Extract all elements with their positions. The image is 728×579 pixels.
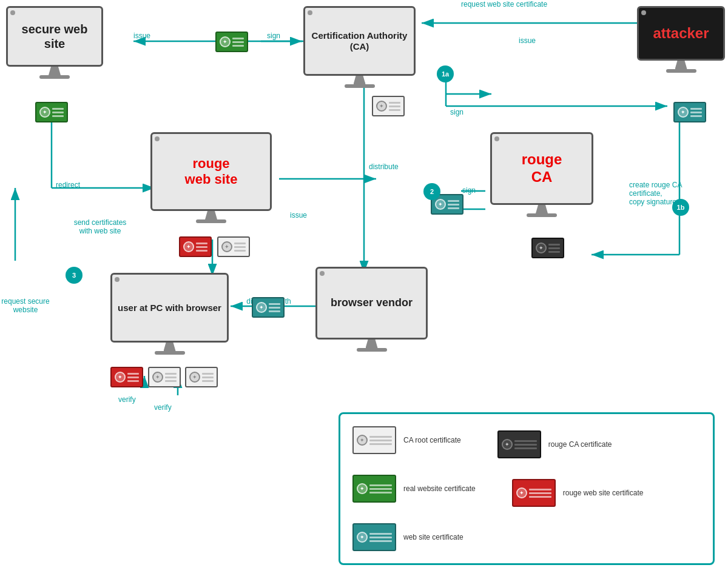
sign-rouge2-label: sign: [462, 186, 476, 195]
ca-root-cert-node: ✦: [372, 96, 405, 116]
attacker-screen: attacker: [637, 6, 725, 61]
user-pc-base: [155, 351, 185, 355]
rouge-site-cert-white: ✦: [217, 236, 250, 257]
request-secure-label: request securewebsite: [1, 297, 50, 314]
badge-2-label: 2: [430, 188, 434, 195]
legend-web-site-cert: ✦ web site certificate: [352, 523, 463, 551]
browser-vendor-label: browser vendor: [331, 296, 413, 310]
attacker-cert-seal: ✦: [678, 107, 689, 118]
browser-vendor-stand: [366, 340, 378, 348]
diagram: secure web site ✦ Certification Authorit…: [0, 0, 728, 579]
legend-web-site-cert-seal: ✦: [357, 532, 368, 543]
user-pc-stand: [164, 343, 176, 351]
legend-rouge-ca-label: rouge CA certificate: [548, 440, 612, 449]
secure-web-site-monitor: secure web site: [6, 6, 103, 79]
rouge-ca-monitor: rougeCA: [490, 132, 593, 217]
verify-white-seal: ✦: [152, 372, 163, 383]
rouge-ca-screen: rougeCA: [490, 132, 593, 205]
rouge-web-site-stand: [205, 211, 217, 219]
rouge-ca-stand: [536, 205, 548, 213]
legend-ca-root-label: CA root certificate: [403, 436, 461, 444]
request-cert-label: request web site certificate: [461, 0, 547, 8]
sign-top-label: sign: [267, 32, 280, 40]
badge-1b: 1b: [672, 199, 689, 216]
ca-label: Certification Authority (CA): [310, 30, 409, 52]
attacker-base: [666, 69, 696, 73]
send-certs-label: send certificateswith web site: [61, 218, 140, 235]
secure-web-site-screen: secure web site: [6, 6, 103, 67]
floating-cert-lines: [232, 38, 244, 47]
badge-2: 2: [423, 183, 440, 200]
rouge-web-site-monitor: rougeweb site: [150, 132, 272, 223]
rouge-ca-cert: ✦: [531, 238, 564, 258]
verify-white-lines: [165, 373, 177, 382]
legend-web-site-cert-lines: [369, 533, 392, 542]
ca-screen: Certification Authority (CA): [303, 6, 416, 76]
badge-3: 3: [66, 267, 83, 284]
legend-rouge-site-cert-label: rouge web site certificate: [563, 489, 644, 497]
badge-1b-label: 1b: [677, 204, 685, 211]
issue-rouge-label: issue: [290, 211, 307, 219]
verify-red-seal: ✦: [115, 372, 126, 383]
legend-real-cert-label: real website certificate: [403, 484, 476, 493]
legend-web-site-cert-label: web site certificate: [403, 533, 463, 541]
rouge-web-site-screen: rougeweb site: [150, 132, 272, 211]
legend-rouge-site-cert-lines: [529, 489, 551, 498]
rouge-ca-label: rougeCA: [522, 151, 562, 186]
issue-to-attacker-label: issue: [519, 36, 536, 45]
sign-rogue-label: sign: [450, 108, 463, 116]
verify-cert-white2: ✦: [185, 367, 218, 387]
legend-rouge-ca: ✦ rouge CA certificate: [497, 426, 612, 463]
secure-web-site-base: [39, 75, 70, 79]
verify-label-1: verify: [118, 395, 136, 404]
attacker-cert-lines: [690, 108, 702, 117]
legend-rouge-site-cert-seal: ✦: [516, 487, 527, 498]
verify-cert-white: ✦: [148, 367, 181, 387]
legend-rouge-ca-lines: [514, 440, 537, 449]
rouge-cert-seal: ✦: [183, 241, 194, 252]
floating-green-cert: ✦: [215, 32, 248, 52]
badge-1a: 1a: [437, 65, 454, 82]
legend-rouge-site-cert: ✦ rouge web site certificate: [512, 475, 644, 511]
legend-ca-root-seal: ✦: [357, 435, 368, 446]
redirect-label: redirect: [56, 181, 80, 189]
verify-label-2: verify: [154, 403, 172, 412]
verify-white2-lines: [202, 373, 214, 382]
secure-web-site-label: secure web site: [13, 22, 96, 51]
distribute-label: distribute: [369, 162, 399, 171]
ca-stand: [354, 76, 366, 84]
legend-ca-root: ✦ CA root certificate: [352, 426, 461, 454]
browser-vendor-screen: browser vendor: [315, 267, 428, 340]
secure-site-cert: ✦: [35, 102, 68, 122]
issue-top-label: issue: [133, 32, 150, 40]
ca-monitor: Certification Authority (CA): [303, 6, 416, 88]
attacker-monitor: attacker: [637, 6, 725, 73]
legend-ca-root-lines: [369, 436, 392, 445]
attacker-stand: [675, 61, 687, 69]
rouge-web-site-base: [196, 219, 226, 223]
verify-red-lines: [127, 373, 139, 382]
rouge-ca-cert-seal: ✦: [536, 243, 547, 253]
verify-cert-red: ✦: [110, 367, 143, 387]
rogue-signed-cert-seal: ✦: [435, 199, 446, 210]
rouge-web-site-label: rougeweb site: [185, 156, 238, 188]
rouge-white-cert-seal: ✦: [221, 241, 232, 252]
legend-real-cert: ✦ real website certificate: [352, 475, 476, 503]
browser-vendor-monitor: browser vendor: [315, 267, 428, 352]
rouge-ca-cert-lines: [548, 244, 560, 253]
browser-vendor-base: [357, 348, 387, 352]
ca-base: [345, 84, 375, 88]
attacker-label: attacker: [653, 25, 709, 42]
browser-dist-cert: ✦: [252, 297, 285, 318]
verify-white2-seal: ✦: [189, 372, 200, 383]
secure-web-site-stand: [49, 67, 61, 75]
legend-real-cert-seal: ✦: [357, 483, 368, 494]
rouge-ca-base: [527, 213, 557, 217]
browser-dist-cert-lines: [269, 303, 280, 312]
legend-box: ✦ CA root certificate ✦ rouge CA certifi…: [339, 412, 715, 565]
rogue-signed-cert-lines: [448, 200, 459, 209]
ca-root-cert-lines: [389, 102, 400, 111]
user-pc-label: user at PC with browser: [118, 303, 221, 313]
user-pc-monitor: user at PC with browser: [110, 273, 229, 355]
rouge-cert-lines: [196, 243, 207, 252]
